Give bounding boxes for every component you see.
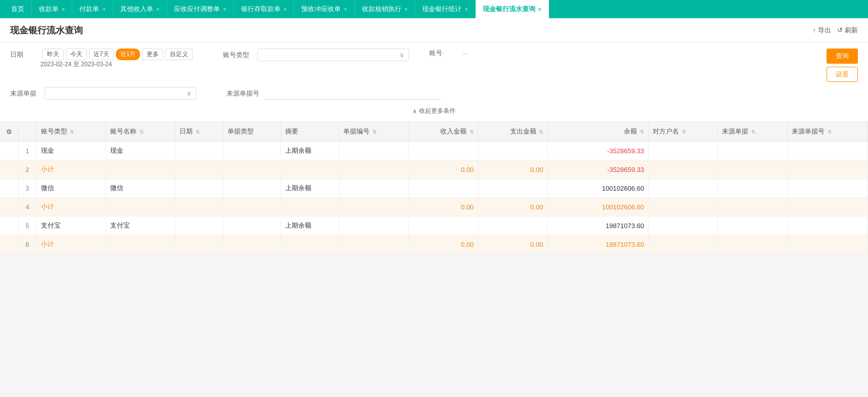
- row-summary: [281, 235, 339, 254]
- date-btn-more[interactable]: 更多: [142, 49, 163, 60]
- row-expense: [478, 216, 547, 235]
- nav-payment[interactable]: 付款单 ×: [72, 0, 113, 18]
- nav-receipt-verify-close[interactable]: ×: [404, 6, 407, 12]
- row-account-name: 支付宝: [106, 216, 175, 235]
- collapse-chevron-icon: ∧: [413, 108, 417, 115]
- sort-doc-no-icon: ⇅: [373, 129, 377, 135]
- sort-income-icon: ⇅: [470, 129, 474, 135]
- row-source-doc: [718, 198, 787, 216]
- col-account-type[interactable]: 账号类型 ⇅: [36, 122, 106, 142]
- sort-date-icon: ⇅: [196, 129, 200, 135]
- nav-home[interactable]: 首页: [4, 0, 32, 18]
- table-row: 2 小计 0.00 0.00 -3528659.33: [0, 160, 868, 179]
- source-doc-select[interactable]: ∨: [44, 87, 196, 100]
- query-button[interactable]: 查询: [827, 49, 858, 64]
- nav-bank-deposit-close[interactable]: ×: [284, 6, 287, 12]
- row-balance: 19871073.60: [547, 235, 649, 254]
- row-balance: 100102606.60: [547, 179, 649, 198]
- source-doc-no-label: 来源单据号: [226, 89, 259, 98]
- nav-bank-stat[interactable]: 现金银行统计 ×: [415, 0, 475, 18]
- nav-bank-deposit[interactable]: 银行存取款单 ×: [234, 0, 294, 18]
- date-btn-7days[interactable]: 近7天: [89, 49, 114, 60]
- row-source-doc: [718, 160, 787, 179]
- row-doc-type: [223, 216, 281, 235]
- col-doc-no[interactable]: 单据编号 ⇅: [339, 122, 408, 142]
- row-date: [175, 179, 223, 198]
- nav-receipt-close[interactable]: ×: [62, 6, 65, 12]
- sort-account-name-icon: ⇅: [140, 129, 144, 135]
- row-index: 3: [18, 179, 36, 198]
- export-icon: ↑: [813, 26, 816, 34]
- row-income: 0.00: [408, 235, 478, 254]
- col-settings[interactable]: ⚙: [0, 122, 18, 142]
- collapse-button[interactable]: ∧ 收起更多条件: [413, 107, 455, 115]
- row-index: 1: [18, 142, 36, 160]
- nav-bank-stat-close[interactable]: ×: [465, 6, 468, 12]
- row-doc-no: [339, 142, 408, 160]
- col-expense[interactable]: 支出金额 ⇅: [478, 122, 547, 142]
- nav-other-income[interactable]: 其他收入单 ×: [113, 0, 167, 18]
- nav-receipt-verify[interactable]: 收款核销执行 ×: [355, 0, 415, 18]
- row-expense: 0.00: [478, 235, 547, 254]
- export-button[interactable]: ↑ 导出: [813, 26, 832, 35]
- row-account-name: [106, 160, 175, 179]
- date-btn-1month[interactable]: 近1月: [116, 49, 141, 60]
- row-source-doc: [718, 142, 787, 160]
- nav-advance-offset-close[interactable]: ×: [344, 6, 347, 12]
- table-row: 5 支付宝 支付宝 上期余额 19871073.60: [0, 216, 868, 235]
- nav-adjustment-close[interactable]: ×: [223, 6, 226, 12]
- settings-button[interactable]: 设置: [827, 67, 858, 82]
- row-doc-no: [339, 160, 408, 179]
- date-buttons: 昨天 今天 近7天 近1月 更多 自定义: [42, 49, 193, 60]
- row-settings: [0, 198, 18, 216]
- nav-other-income-close[interactable]: ×: [156, 6, 159, 12]
- date-btn-custom[interactable]: 自定义: [165, 49, 193, 60]
- nav-payment-close[interactable]: ×: [102, 6, 105, 12]
- refresh-icon: ↺: [837, 26, 843, 34]
- settings-gear-icon[interactable]: ⚙: [6, 128, 12, 136]
- row-source-doc: [718, 216, 787, 235]
- source-doc-no-input[interactable]: [263, 87, 440, 100]
- row-doc-no: [339, 179, 408, 198]
- col-balance[interactable]: 余额 ⇅: [547, 122, 649, 142]
- header-actions: ↑ 导出 ↺ 刷新: [813, 26, 858, 35]
- col-summary: 摘要: [281, 122, 339, 142]
- table-row: 3 微信 微信 上期余额 100102606.60: [0, 179, 868, 198]
- row-settings: [0, 179, 18, 198]
- row-date: [175, 216, 223, 235]
- account-ellipsis[interactable]: ···: [463, 50, 468, 57]
- sort-expense-icon: ⇅: [539, 129, 543, 135]
- refresh-button[interactable]: ↺ 刷新: [837, 26, 858, 35]
- row-balance: 100102606.60: [547, 198, 649, 216]
- nav-adjustment[interactable]: 应收应付调整单 ×: [167, 0, 234, 18]
- row-counterpart: [649, 179, 718, 198]
- col-date[interactable]: 日期 ⇅: [175, 122, 223, 142]
- data-table: ⚙ 账号类型 ⇅ 账号名称 ⇅ 日期 ⇅ 单据类型: [0, 122, 868, 254]
- table-row: 4 小计 0.00 0.00 100102606.60: [0, 198, 868, 216]
- filter-area: 日期 昨天 今天 近7天 近1月 更多 自定义 2023-02-24 至 202…: [0, 42, 868, 122]
- nav-bank-flow[interactable]: 现金银行流水查询 ×: [476, 0, 549, 18]
- col-source-doc[interactable]: 来源单据 ⇅: [718, 122, 787, 142]
- sort-source-doc-icon: ⇅: [751, 129, 755, 135]
- date-btn-yesterday[interactable]: 昨天: [42, 49, 64, 60]
- row-account-name: [106, 198, 175, 216]
- date-btn-today[interactable]: 今天: [66, 49, 87, 60]
- nav-bank-flow-close[interactable]: ×: [538, 6, 541, 12]
- row-counterpart: [649, 235, 718, 254]
- col-counterpart[interactable]: 对方户名 ⇅: [649, 122, 718, 142]
- sort-balance-icon: ⇅: [640, 129, 644, 135]
- nav-advance-offset[interactable]: 预收冲应收单 ×: [294, 0, 354, 18]
- row-doc-no: [339, 235, 408, 254]
- row-date: [175, 198, 223, 216]
- row-balance: -3528659.33: [547, 160, 649, 179]
- table-row: 1 现金 现金 上期余额 -3528659.33: [0, 142, 868, 160]
- col-account-name[interactable]: 账号名称 ⇅: [106, 122, 175, 142]
- col-doc-type: 单据类型: [223, 122, 281, 142]
- nav-receipt[interactable]: 收款单 ×: [32, 0, 72, 18]
- row-source-doc-no: [787, 216, 867, 235]
- col-source-doc-no[interactable]: 来源单据号 ⇅: [787, 122, 867, 142]
- account-type-select[interactable]: ∨: [257, 49, 409, 61]
- page-title: 现金银行流水查询: [10, 24, 83, 36]
- col-income[interactable]: 收入金额 ⇅: [408, 122, 478, 142]
- row-income: 0.00: [408, 160, 478, 179]
